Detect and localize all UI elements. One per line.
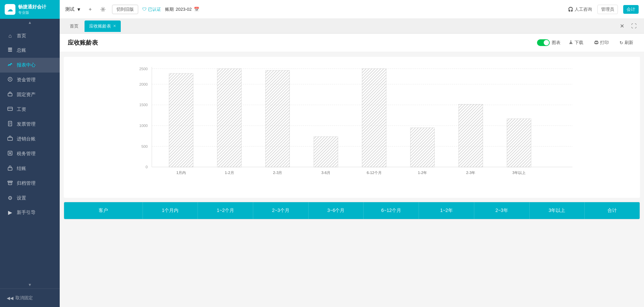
tab-home[interactable]: 首页 [65,20,83,32]
user-btn[interactable]: 管理员 [597,5,618,14]
print-label: 打印 [600,40,609,46]
svg-rect-0 [8,48,12,49]
chart-toggle[interactable] [537,39,550,46]
sidebar-item-archive[interactable]: 归档管理 [0,176,60,191]
download-btn[interactable]: 下载 [566,38,586,47]
sidebar-item-label: 工资 [17,106,26,113]
svg-text:1-2月: 1-2月 [225,171,234,175]
sidebar-item-label: 进销台账 [17,136,36,142]
sidebar-item-label: 新手引导 [17,210,36,216]
svg-text:3-6月: 3-6月 [321,171,330,175]
sidebar-item-closing[interactable]: 结账 [0,161,60,176]
col-2-3month: 2~3个月 [253,202,309,219]
capital-icon [7,77,13,83]
svg-text:0: 0 [146,165,148,169]
sidebar-item-capital[interactable]: 资金管理 [0,73,60,87]
sidebar-item-sales[interactable]: 进销台账 [0,132,60,146]
tabbar: 首页 应收账龄表 ✕ ✕ ⛶ [60,19,644,34]
svg-text:2500: 2500 [139,67,148,71]
col-customer: 客户 [64,202,143,219]
sidebar-item-ledger[interactable]: 总账 [0,43,60,58]
svg-text:2-3月: 2-3月 [273,171,282,175]
sidebar-item-label: 资金管理 [17,77,36,83]
svg-text:1-2年: 1-2年 [418,171,427,175]
sidebar-logo: ☁ 畅捷通好会计 专业版 [0,0,60,19]
consulting-btn[interactable]: 🎧 人工咨询 [568,6,592,12]
project-selector[interactable]: 测试 ▼ [65,6,81,12]
app-logo-icon: ☁ [5,4,15,15]
headset-icon: 🎧 [568,7,573,12]
sidebar-item-home[interactable]: ⌂ 首页 [0,29,60,43]
svg-rect-45 [362,69,386,167]
toggle-knob [544,40,549,45]
period-display: 账期 2023-02 📅 [165,6,199,12]
sidebar-item-salary[interactable]: 工资 [0,102,60,117]
svg-rect-51 [507,119,531,167]
col-total: 合计 [585,202,640,219]
period-label: 账期 [165,6,174,12]
page-title: 应收账龄表 [68,39,98,47]
sidebar-item-guide[interactable]: ▶ 新手引导 [0,205,60,220]
invoice-icon [7,121,13,128]
app-edition: 专业版 [18,10,46,15]
print-icon [594,40,599,46]
svg-text:1500: 1500 [139,103,148,107]
sidebar-footer: ◀◀ 取消固定 [0,289,60,307]
svg-text:1000: 1000 [139,124,148,128]
svg-rect-43 [314,137,338,167]
add-project-btn[interactable]: + [85,4,95,14]
sidebar-item-tax[interactable]: 税务管理 [0,146,60,161]
chart-toggle-container: 图表 [537,39,560,46]
chart-container: 0 500 1000 1500 2000 2500 1月内 [64,57,640,198]
sidebar-item-invoice[interactable]: 发票管理 [0,117,60,132]
app-name: 畅捷通好会计 [18,4,46,10]
calendar-icon[interactable]: 📅 [194,7,199,12]
sidebar-item-settings[interactable]: ⚙ 设置 [0,191,60,205]
role-btn[interactable]: 会计 [623,5,639,14]
col-6-12month: 6~12个月 [364,202,419,219]
guide-icon: ▶ [7,209,13,216]
topbar: 测试 ▼ + 切到旧版 🛡 已认证 账期 2023-02 📅 🎧 人工咨询 管理… [60,0,644,19]
salary-icon [7,106,13,113]
sidebar-item-assets[interactable]: 固定资产 [0,87,60,102]
svg-point-19 [102,8,104,10]
archive-icon [7,180,13,187]
sidebar-item-label: 首页 [17,33,26,39]
sidebar-item-label: 结账 [17,166,26,172]
project-dropdown-icon: ▼ [76,7,81,12]
page-actions: 图表 下载 打印 ↻ 刷新 [537,38,636,47]
cancel-fixed-btn[interactable]: ◀◀ 取消固定 [5,292,54,304]
svg-text:6-12个月: 6-12个月 [367,171,382,175]
sidebar-item-reports[interactable]: 报表中心 [0,58,60,73]
sidebar-item-label: 报表中心 [17,62,36,68]
sidebar-item-label: 税务管理 [17,151,36,157]
chart-toggle-label: 图表 [552,40,560,46]
data-table: 客户 1个月内 1~2个月 2~3个月 3~6个月 6~12个月 [64,202,640,219]
bar-chart: 0 500 1000 1500 2000 2500 1月内 [80,63,630,188]
expand-btn[interactable]: ⛶ [629,21,639,31]
close-tab-btn[interactable]: ✕ [617,21,627,31]
svg-text:500: 500 [141,144,148,148]
settings-btn[interactable] [98,4,108,14]
sidebar: ☁ 畅捷通好会计 专业版 ▲ ⌂ 首页 总账 报表中心 [0,0,60,307]
scroll-down-indicator: ▼ [0,281,60,289]
col-1month: 1个月内 [143,202,198,219]
svg-rect-39 [217,69,241,167]
tab-aging[interactable]: 应收账龄表 ✕ [85,20,121,32]
tab-home-label: 首页 [70,23,78,29]
sales-icon [7,136,13,142]
tax-icon [7,150,13,157]
refresh-btn[interactable]: ↻ 刷新 [617,38,636,47]
svg-text:2000: 2000 [139,82,148,86]
svg-rect-11 [8,137,12,140]
main-container: 测试 ▼ + 切到旧版 🛡 已认证 账期 2023-02 📅 🎧 人工咨询 管理… [60,0,644,307]
sidebar-item-label: 发票管理 [17,121,36,127]
print-btn[interactable]: 打印 [591,38,611,47]
tab-aging-label: 应收账龄表 [89,23,111,29]
svg-rect-1 [8,49,12,50]
switch-version-btn[interactable]: 切到旧版 [112,5,138,14]
period-value: 2023-02 [176,7,192,12]
tab-close-icon[interactable]: ✕ [113,24,116,28]
col-3plusyear: 3年以上 [530,202,585,219]
settings-icon: ⚙ [7,195,13,201]
